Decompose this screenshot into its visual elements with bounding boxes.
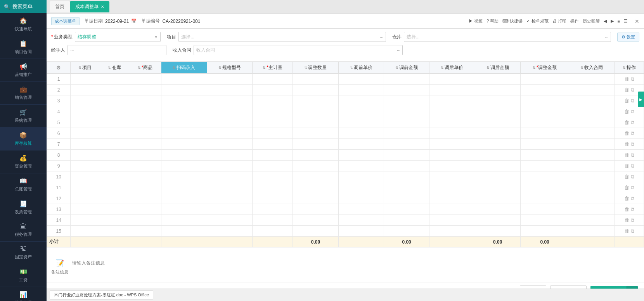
doc-close-button[interactable]: ✕ bbox=[635, 18, 639, 24]
form-row-2: 经手人 ··· 收入合同 收入合同 ··· bbox=[51, 45, 639, 55]
cell-adjust_qty-7 bbox=[293, 139, 338, 150]
tab-cost-adjust[interactable]: 成本调整单 ✕ bbox=[70, 1, 109, 12]
sidebar-label-invoice-mgmt: 发票管理 bbox=[15, 209, 32, 215]
sidebar-item-payroll[interactable]: 💵 工资 bbox=[0, 264, 47, 287]
settings-button[interactable]: ⚙ 设置 bbox=[617, 33, 639, 42]
action-history[interactable]: 历史账簿 bbox=[583, 18, 600, 24]
notes-icon-block[interactable]: 📝 备注信息 bbox=[51, 258, 68, 275]
copy-icon-13[interactable]: ⧉ bbox=[631, 206, 634, 213]
col-header-scan[interactable]: ⇅扫码录入 bbox=[161, 62, 207, 74]
cell-income_contract-8 bbox=[569, 150, 615, 161]
copy-icon-6[interactable]: ⧉ bbox=[631, 130, 634, 137]
cell-settings-10: 10 bbox=[47, 171, 71, 182]
copy-icon-7[interactable]: ⧉ bbox=[631, 141, 634, 147]
row-num-8: 8 bbox=[57, 152, 60, 158]
copy-icon-12[interactable]: ⧉ bbox=[631, 195, 634, 202]
handler-input[interactable]: ··· bbox=[68, 45, 166, 55]
action-layout2[interactable]: ☰ bbox=[624, 19, 628, 24]
action-nav-next[interactable]: ▶ bbox=[611, 19, 614, 24]
doc-date-icon[interactable]: 📅 bbox=[131, 19, 137, 24]
cell-project-9 bbox=[71, 161, 100, 171]
sidebar-search[interactable]: 🔍 搜索菜单 bbox=[0, 0, 47, 13]
cell-after_unit_price-12 bbox=[429, 193, 475, 204]
delete-icon-9[interactable]: 🗑 bbox=[624, 163, 629, 169]
delete-icon-15[interactable]: 🗑 bbox=[624, 228, 629, 234]
copy-icon-3[interactable]: ⧉ bbox=[631, 98, 634, 104]
delete-icon-8[interactable]: 🗑 bbox=[624, 152, 629, 158]
sidebar-item-purchase-mgmt[interactable]: 🛒 采购管理 bbox=[0, 105, 47, 128]
delete-icon-1[interactable]: 🗑 bbox=[624, 76, 629, 82]
sidebar-item-tax-mgmt[interactable]: 🏛 税务管理 bbox=[0, 219, 47, 242]
cell-adjust_qty-1 bbox=[293, 74, 338, 85]
action-review[interactable]: ✓ 检单规范 bbox=[526, 18, 548, 24]
action-print[interactable]: 🖨 打印 bbox=[552, 18, 566, 24]
doc-num-value: CA-20220921-001 bbox=[162, 19, 200, 24]
copy-icon-14[interactable]: ⧉ bbox=[631, 217, 634, 223]
sidebar-item-fixed-assets[interactable]: 🏗 固定资产 bbox=[0, 242, 47, 264]
sidebar-item-sales-promotion[interactable]: 📢 营销推广 bbox=[0, 59, 47, 82]
action-shortcut[interactable]: ⌨ 快捷键 bbox=[502, 18, 523, 24]
subtotal-cell-settings: 小计 bbox=[47, 237, 71, 247]
sidebar-item-fund-mgmt[interactable]: 💰 资金管理 bbox=[0, 150, 47, 173]
delete-icon-14[interactable]: 🗑 bbox=[624, 217, 629, 223]
sidebar-item-ledger-mgmt[interactable]: 📖 总账管理 bbox=[0, 173, 47, 196]
copy-icon-9[interactable]: ⧉ bbox=[631, 163, 634, 169]
subtotal-cell-product bbox=[129, 237, 161, 247]
cell-prev_unit_price-4 bbox=[338, 106, 384, 117]
action-operation[interactable]: 操作 bbox=[570, 18, 579, 24]
copy-icon-5[interactable]: ⧉ bbox=[631, 119, 634, 126]
delete-icon-10[interactable]: 🗑 bbox=[624, 174, 629, 180]
row-num-4: 4 bbox=[57, 109, 60, 114]
delete-icon-5[interactable]: 🗑 bbox=[624, 119, 629, 125]
subtotal-cell-prev_unit_price bbox=[338, 237, 384, 247]
col-header-settings[interactable]: ⚙ bbox=[47, 62, 71, 74]
sidebar-item-quick-nav[interactable]: 🏠 快速导航 bbox=[0, 13, 47, 36]
delete-icon-3[interactable]: 🗑 bbox=[624, 98, 629, 104]
delete-icon-7[interactable]: 🗑 bbox=[624, 141, 629, 147]
income-contract-input[interactable]: 收入合同 ··· bbox=[194, 45, 403, 55]
table-area: ⚙⇅项目⇅仓库⇅*商品⇅扫码录入⇅规格型号⇅*主计量⇅调整数量⇅调前单价⇅调前金… bbox=[47, 62, 644, 255]
sidebar-item-inventory[interactable]: 📦 库存核算 bbox=[0, 128, 47, 150]
tab-home[interactable]: 首页 bbox=[50, 1, 70, 12]
action-cell-8: 🗑 ⧉ bbox=[616, 152, 642, 158]
copy-icon-8[interactable]: ⧉ bbox=[631, 152, 634, 158]
warehouse-input[interactable]: 选择... ··· bbox=[404, 32, 611, 42]
notes-input[interactable] bbox=[72, 258, 639, 271]
sidebar-item-project-contract[interactable]: 📋 项目合同 bbox=[0, 36, 47, 59]
cell-prev_amount-4 bbox=[384, 106, 429, 117]
col-header-warehouse: ⇅仓库 bbox=[100, 62, 129, 74]
delete-icon-13[interactable]: 🗑 bbox=[624, 206, 629, 212]
project-input[interactable]: 选择... ··· bbox=[178, 32, 386, 42]
sidebar-item-ops-mgmt[interactable]: 📊 经营管理 bbox=[0, 287, 47, 301]
sidebar-item-invoice-mgmt[interactable]: 🧾 发票管理 bbox=[0, 196, 47, 219]
delete-icon-12[interactable]: 🗑 bbox=[624, 195, 629, 201]
cell-after_amount-5 bbox=[475, 117, 520, 128]
sidebar-item-sales-mgmt[interactable]: 💼 销售管理 bbox=[0, 82, 47, 105]
table-row: 5 🗑 ⧉ bbox=[47, 117, 644, 128]
delete-icon-4[interactable]: 🗑 bbox=[624, 109, 629, 114]
delete-icon-2[interactable]: 🗑 bbox=[624, 87, 629, 93]
delete-icon-6[interactable]: 🗑 bbox=[624, 130, 629, 136]
col-gear-button[interactable]: ⚙ bbox=[56, 65, 61, 71]
tab-close-icon[interactable]: ✕ bbox=[101, 5, 104, 9]
col-sort-icon: ⇅ bbox=[441, 66, 444, 70]
cell-income_contract-10 bbox=[569, 171, 615, 182]
action-video[interactable]: ▶ 视频 bbox=[469, 18, 483, 24]
col-header-unit: ⇅*主计量 bbox=[252, 62, 293, 74]
copy-icon-11[interactable]: ⧉ bbox=[631, 185, 634, 191]
action-layout1[interactable]: ≡ bbox=[618, 19, 620, 24]
copy-icon-4[interactable]: ⧉ bbox=[631, 109, 634, 115]
action-cell-7: 🗑 ⧉ bbox=[616, 141, 642, 147]
action-help[interactable]: ? 帮助 bbox=[486, 18, 499, 24]
copy-icon-10[interactable]: ⧉ bbox=[631, 174, 634, 180]
delete-icon-11[interactable]: 🗑 bbox=[624, 185, 629, 190]
action-nav-prev[interactable]: ◀ bbox=[604, 19, 607, 24]
copy-icon-1[interactable]: ⧉ bbox=[631, 76, 634, 82]
cell-warehouse-15 bbox=[100, 226, 129, 237]
business-type-input[interactable]: 结存调整 ▼ bbox=[75, 32, 161, 42]
cell-project-15 bbox=[71, 226, 100, 237]
copy-icon-2[interactable]: ⧉ bbox=[631, 87, 634, 93]
right-panel-toggle[interactable]: ▶ bbox=[638, 92, 644, 107]
taskbar-wps-item[interactable]: 木门行业好业财处理方案-墨红红.doc - WPS Office bbox=[50, 291, 153, 299]
copy-icon-15[interactable]: ⧉ bbox=[631, 228, 634, 234]
